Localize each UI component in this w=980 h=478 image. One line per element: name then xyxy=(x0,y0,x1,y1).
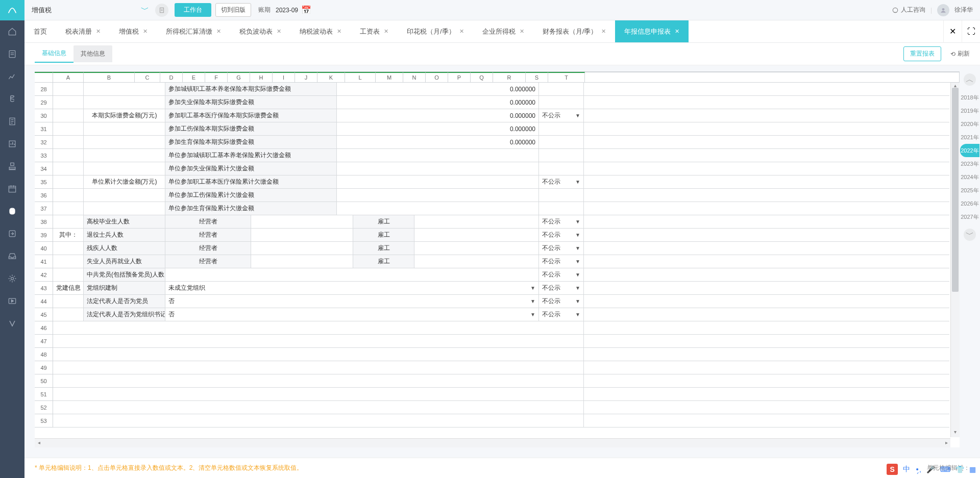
year-2023年[interactable]: 2023年 xyxy=(960,157,979,170)
cell[interactable] xyxy=(414,255,539,268)
cell[interactable] xyxy=(414,242,539,255)
cell[interactable] xyxy=(539,162,584,175)
col-header-N[interactable]: N xyxy=(403,72,426,82)
cell[interactable] xyxy=(53,374,584,388)
col-header-P[interactable]: P xyxy=(448,72,471,82)
col-header-I[interactable]: I xyxy=(273,72,295,82)
tax-type-selector[interactable]: 增值税 ﹀ xyxy=(32,5,149,15)
cell[interactable]: 单位参加生育保险累计欠缴金额 xyxy=(165,202,337,215)
cell[interactable]: 失业人员再就业人数 xyxy=(84,255,165,268)
close-icon[interactable]: ✕ xyxy=(96,28,101,35)
cell[interactable] xyxy=(539,202,584,215)
year-2021年[interactable]: 2021年 xyxy=(960,131,979,144)
cell[interactable] xyxy=(539,189,584,202)
cell[interactable]: 雇工 xyxy=(353,242,414,255)
close-icon[interactable]: ✕ xyxy=(337,28,341,35)
tab-2[interactable]: 增值税✕ xyxy=(110,20,157,42)
row-header-33[interactable]: 33 xyxy=(35,149,53,162)
cell[interactable]: 雇工 xyxy=(353,229,414,242)
cell[interactable]: 法定代表人是否为党员 xyxy=(84,295,165,308)
ime-punct-icon[interactable]: •̗, xyxy=(915,465,921,473)
cell[interactable]: 经营者 xyxy=(165,229,251,242)
close-icon[interactable]: ✕ xyxy=(675,28,679,35)
col-header-L[interactable]: L xyxy=(345,72,376,82)
cell[interactable] xyxy=(251,215,353,229)
tab-0[interactable]: 首页 xyxy=(24,20,56,42)
cell[interactable] xyxy=(53,335,584,348)
consult-link[interactable]: 人工咨询 xyxy=(892,6,925,14)
cell[interactable]: 0.000000 xyxy=(337,109,539,122)
row-header-47[interactable]: 47 xyxy=(35,335,53,348)
close-icon[interactable]: ✕ xyxy=(277,28,281,35)
tab-7[interactable]: 印花税（月/季）✕ xyxy=(398,20,473,42)
col-header-B[interactable]: B xyxy=(84,72,135,82)
cell[interactable] xyxy=(414,215,539,229)
select-all-corner[interactable] xyxy=(35,72,53,82)
cell[interactable]: 否▼ xyxy=(165,295,539,308)
nav-video-icon[interactable] xyxy=(0,290,24,312)
cell[interactable]: 0.000000 xyxy=(337,136,539,149)
year-2019年[interactable]: 2019年 xyxy=(960,104,979,117)
cell[interactable]: 残疾人人数 xyxy=(84,242,165,255)
ime-lang-icon[interactable]: 中 xyxy=(903,465,910,474)
cell[interactable] xyxy=(251,242,353,255)
horizontal-scrollbar[interactable]: ◂ ▸ xyxy=(35,438,950,447)
row-header-52[interactable]: 52 xyxy=(35,401,53,414)
cell[interactable] xyxy=(337,175,539,189)
cell[interactable]: 不公示▼ xyxy=(539,255,584,268)
row-header-53[interactable]: 53 xyxy=(35,414,53,427)
cell[interactable]: 不公示▼ xyxy=(539,175,584,189)
row-header-51[interactable]: 51 xyxy=(35,388,53,401)
year-scroll-up-icon[interactable]: ︿ xyxy=(964,73,976,86)
cell[interactable]: 不公示▼ xyxy=(539,242,584,255)
cell[interactable] xyxy=(53,414,584,427)
row-header-49[interactable]: 49 xyxy=(35,361,53,374)
cell[interactable]: 0.000000 xyxy=(337,122,539,136)
col-header-K[interactable]: K xyxy=(317,72,345,82)
cell[interactable]: 经营者 xyxy=(165,242,251,255)
cell[interactable] xyxy=(337,162,539,175)
row-header-48[interactable]: 48 xyxy=(35,348,53,361)
year-2018年[interactable]: 2018年 xyxy=(960,91,979,104)
cell[interactable] xyxy=(251,229,353,242)
cell[interactable]: 单位参加职工基本医疗保险累计欠缴金额 xyxy=(165,175,337,189)
year-2022年[interactable]: 2022年 xyxy=(960,144,979,157)
col-header-M[interactable]: M xyxy=(376,72,403,82)
reset-report-button[interactable]: 重置报表 xyxy=(903,46,941,61)
cell[interactable]: 不公示▼ xyxy=(539,295,584,308)
cell[interactable] xyxy=(53,401,584,414)
cell[interactable]: 参加职工基本医疗保险本期实际缴费金额 xyxy=(165,109,337,122)
year-2020年[interactable]: 2020年 xyxy=(960,117,979,131)
close-icon[interactable]: ✕ xyxy=(459,28,464,35)
cell[interactable]: 不公示▼ xyxy=(539,308,584,321)
switch-old-button[interactable]: 切到旧版 xyxy=(215,3,251,17)
col-header-C[interactable]: C xyxy=(135,72,160,82)
col-header-A[interactable]: A xyxy=(53,72,84,82)
year-2027年[interactable]: 2027年 xyxy=(960,210,979,223)
row-header-44[interactable]: 44 xyxy=(35,295,53,308)
cell[interactable]: 不公示▼ xyxy=(539,109,584,122)
row-header-42[interactable]: 42 xyxy=(35,268,53,282)
ime-skin-icon[interactable]: 👕 xyxy=(955,465,964,473)
tab-9[interactable]: 财务报表（月/季）✕ xyxy=(533,20,616,42)
close-icon[interactable]: ✕ xyxy=(384,28,388,35)
cell[interactable] xyxy=(539,96,584,109)
nav-home-icon[interactable] xyxy=(0,20,24,43)
nav-chart-icon[interactable] xyxy=(0,65,24,88)
row-header-34[interactable]: 34 xyxy=(35,162,53,175)
sogou-icon[interactable]: S xyxy=(887,464,898,475)
row-header-41[interactable]: 41 xyxy=(35,255,53,268)
cell[interactable]: 0.000000 xyxy=(337,96,539,109)
cell[interactable] xyxy=(539,149,584,162)
doc-icon[interactable] xyxy=(155,4,168,17)
cell[interactable] xyxy=(337,189,539,202)
period-value[interactable]: 2023-09 xyxy=(276,7,298,14)
cell[interactable]: 雇工 xyxy=(353,255,414,268)
row-header-35[interactable]: 35 xyxy=(35,175,53,189)
cell[interactable]: 退役士兵人数 xyxy=(84,229,165,242)
subtab-basic[interactable]: 基础信息 xyxy=(35,45,74,63)
cell[interactable]: 不公示▼ xyxy=(539,229,584,242)
calendar-icon[interactable]: 📅 xyxy=(301,5,311,15)
cell[interactable]: 不公示▼ xyxy=(539,268,584,282)
cell[interactable]: 雇工 xyxy=(353,215,414,229)
